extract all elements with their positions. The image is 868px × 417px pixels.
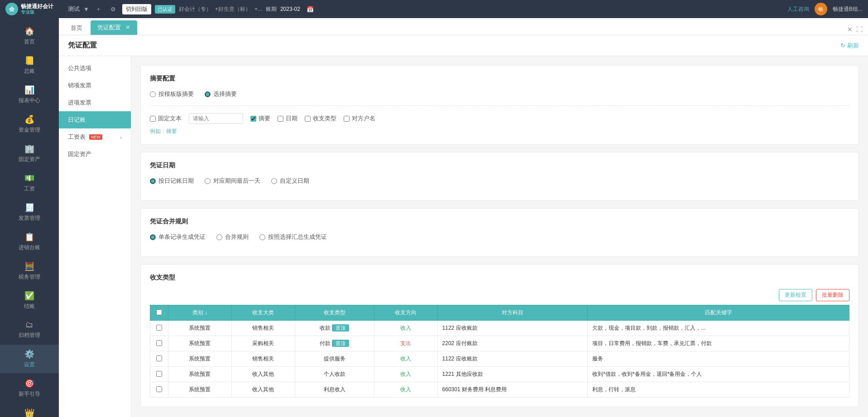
sidebar-item-guide[interactable]: 🎯 新手引导	[0, 374, 59, 403]
radio-single[interactable]: 单条记录生成凭证	[150, 233, 206, 241]
th-account: 对方科目	[437, 305, 588, 321]
dropdown-arrow-icon[interactable]: ▼	[83, 6, 89, 13]
sidebar-item-funds[interactable]: 💰 资金管理	[0, 110, 59, 138]
sidebar-label-assets: 固定资产	[19, 156, 40, 163]
row3-direction: 收入	[374, 351, 437, 367]
window-close-icon[interactable]: ✕	[847, 26, 853, 33]
income-expense-section: 收支类型 更新校置 批量删除 类别 ↓ 收支大类	[140, 264, 859, 407]
test-label[interactable]: 测试	[68, 5, 80, 13]
table-row: 系统预置 采购相关 付款 置顶 支出 2202 应付账款 项目，日常费用，报销款…	[150, 336, 849, 351]
radio-summary[interactable]: 按照选择汇总生成凭证	[259, 233, 327, 241]
row4-major: 收入其他	[231, 367, 295, 382]
sidebar-item-close[interactable]: ✅ 结账	[0, 286, 59, 315]
topbar-right: 人工咨询 畅 畅捷通B组...	[787, 3, 863, 15]
checkbox-counterparty[interactable]: 对方户名	[344, 114, 375, 123]
th-major-type: 收支大类	[231, 305, 295, 321]
sidebar-item-archive[interactable]: 🗂 归档管理	[0, 316, 59, 344]
radio-journal-date[interactable]: 按日记账日期	[150, 177, 194, 185]
radio-custom-date[interactable]: 自定义日期	[271, 177, 309, 185]
sidebar-label-purchase: 进销台账	[19, 244, 40, 251]
sidebar-label-ledger: 总账	[24, 67, 35, 75]
reset-tag-1[interactable]: 置顶	[332, 324, 349, 332]
refresh-btn[interactable]: ↻ 刷新	[840, 42, 859, 50]
tab-home[interactable]: 首页	[64, 21, 89, 35]
topbar: 会 畅捷通好会计 专业版 测试 ▼ ＋ ⚙ 切到旧版 已认证 好会计（专） +好…	[0, 0, 868, 18]
radio-merge[interactable]: 合并规则	[216, 233, 249, 241]
row5-checkbox[interactable]	[150, 382, 168, 398]
row2-direction: 支出	[374, 336, 437, 351]
row4-checkbox[interactable]	[150, 367, 168, 382]
row3-account: 1122 应收账款	[437, 351, 588, 367]
sidebar-label-salary: 工资	[24, 185, 35, 193]
row2-account: 2202 应付账款	[437, 336, 588, 351]
summary-config-section: 摘要配置 按模板版摘要 选择摘要	[140, 65, 859, 145]
sidebar-item-member[interactable]: 👑 畅会员	[0, 403, 59, 417]
batch-delete-btn[interactable]: 批量删除	[816, 289, 849, 301]
service-label[interactable]: 人工咨询	[787, 5, 809, 13]
guide-icon: 🎯	[24, 379, 34, 389]
row1-major: 销售相关	[231, 321, 295, 336]
page-header: 凭证配置 ↻ 刷新	[59, 35, 868, 56]
row2-checkbox[interactable]	[150, 336, 168, 351]
expand-arrow-icon: ›	[120, 134, 122, 141]
left-nav-journal[interactable]: 日记账	[59, 111, 131, 128]
sidebar-item-settings[interactable]: ⚙️ 设置	[0, 345, 59, 373]
th-category: 类别 ↓	[168, 305, 232, 321]
sidebar-item-tax[interactable]: 🧮 税务管理	[0, 257, 59, 285]
row1-type: 收款 置顶	[295, 321, 374, 336]
tab-bar: 首页 凭证配置 ✕ ✕ ⛶	[59, 18, 868, 35]
sidebar-item-salary[interactable]: 💵 工资	[0, 169, 59, 197]
username[interactable]: 畅捷通B组...	[833, 5, 863, 13]
sidebar-item-purchase[interactable]: 📋 进销台账	[0, 227, 59, 256]
close-tab-icon[interactable]: ✕	[125, 24, 130, 31]
radio-select-summary[interactable]: 选择摘要	[205, 90, 237, 98]
checkbox-fixed-text[interactable]: 固定文本	[150, 114, 182, 123]
left-nav-public[interactable]: 公共选项	[59, 60, 131, 77]
left-nav-sales[interactable]: 销项发票	[59, 77, 131, 94]
sidebar-item-ledger[interactable]: 📒 总账	[0, 51, 59, 80]
refresh-icon: ↻	[840, 42, 845, 49]
row3-category: 系统预置	[168, 351, 232, 367]
row1-checkbox[interactable]	[150, 321, 168, 336]
fixed-text-input[interactable]	[189, 113, 243, 124]
add-icon[interactable]: ＋	[93, 4, 104, 14]
archive-icon: 🗂	[25, 320, 34, 330]
reset-tag-2[interactable]: 置顶	[332, 340, 349, 347]
row2-type: 付款 置顶	[295, 336, 374, 351]
table-action-row: 更新校置 批量删除	[150, 289, 849, 301]
select-all-checkbox[interactable]	[156, 309, 162, 315]
calendar-icon[interactable]: 📅	[304, 5, 317, 14]
th-direction: 收支方向	[374, 305, 437, 321]
checkbox-income-type[interactable]: 收支类型	[305, 114, 336, 123]
tab-voucher-config[interactable]: 凭证配置 ✕	[91, 20, 137, 35]
logo-area: 会 畅捷通好会计 专业版	[5, 3, 64, 15]
sidebar-label-funds: 资金管理	[19, 126, 40, 134]
update-btn[interactable]: 更新校置	[779, 289, 812, 301]
radio-template-summary[interactable]: 按模板版摘要	[150, 90, 194, 98]
sidebar-label-archive: 归档管理	[19, 332, 40, 339]
window-expand-icon[interactable]: ⛶	[856, 26, 863, 33]
row5-direction: 收入	[374, 382, 437, 398]
sidebar-item-home[interactable]: 🏠 首页	[0, 22, 59, 50]
sidebar-item-invoice[interactable]: 🧾 发票管理	[0, 198, 59, 227]
left-nav-fixed-assets[interactable]: 固定资产	[59, 146, 131, 163]
merge-radio-group: 单条记录生成凭证 合并规则 按照选择汇总生成凭证	[150, 233, 849, 241]
left-nav-purchase[interactable]: 进项发票	[59, 94, 131, 111]
home-icon: 🏠	[24, 26, 34, 36]
th-checkbox[interactable]	[150, 305, 168, 321]
sidebar-label-settings: 设置	[24, 361, 35, 369]
row5-account: 660301 财务费用 利息费用	[437, 382, 588, 398]
period-value: 2023-02	[280, 6, 300, 12]
checkbox-date[interactable]: 日期	[278, 114, 297, 123]
settings-icon[interactable]: ⚙	[108, 5, 119, 14]
left-nav-payroll[interactable]: 工资表 NEW ›	[59, 128, 131, 146]
sidebar-label-invoice: 发票管理	[19, 214, 40, 222]
switch-old-btn[interactable]: 切到旧版	[122, 4, 151, 14]
radio-last-day[interactable]: 对应期间最后一天	[205, 177, 260, 185]
sidebar-item-assets[interactable]: 🏢 固定资产	[0, 139, 59, 168]
row3-checkbox[interactable]	[150, 351, 168, 367]
sidebar-item-reports[interactable]: 📊 报表中心	[0, 81, 59, 109]
checkbox-summary[interactable]: 摘要	[250, 114, 270, 123]
row5-keywords: 利息，行转，派息	[588, 382, 849, 398]
income-expense-table: 类别 ↓ 收支大类 收支类型 收支方向 对方科目 匹配关键字	[150, 305, 849, 398]
